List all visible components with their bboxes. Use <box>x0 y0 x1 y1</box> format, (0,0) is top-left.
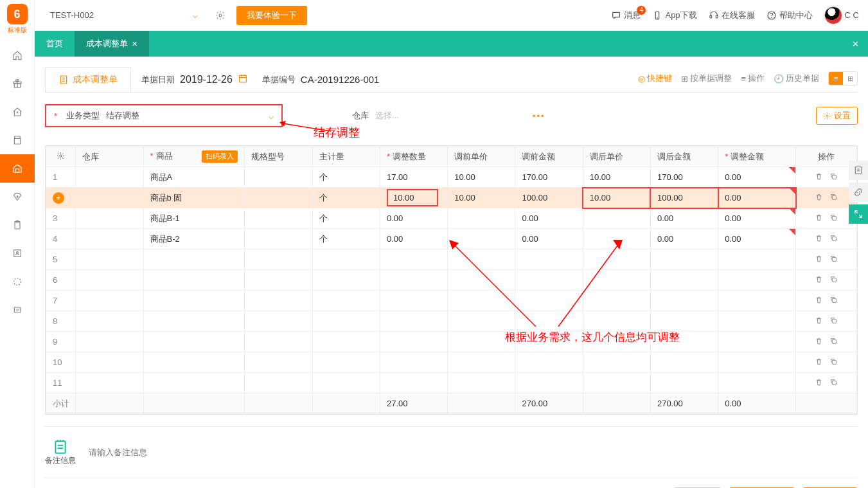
cell-spec[interactable] <box>245 270 312 291</box>
cell-qty[interactable] <box>380 311 447 332</box>
per-doc-adjust-button[interactable]: ⊞ 按单据调整 <box>681 73 732 84</box>
nav-warehouse-icon[interactable] <box>0 154 35 183</box>
business-type-select[interactable]: * 业务类型 结存调整 ⌵ <box>45 104 283 127</box>
cell-spec[interactable] <box>245 167 312 188</box>
table-row[interactable]: + 商品b 固 个 10.00 10.00 100.00 10.00 100.0… <box>46 188 857 208</box>
cell-product[interactable] <box>143 311 245 332</box>
cell-spec[interactable] <box>245 311 312 332</box>
cell-adj-amt[interactable] <box>718 311 796 332</box>
cell-qty[interactable] <box>380 291 447 311</box>
cell-product[interactable]: 商品B-1 <box>143 208 245 229</box>
nav-new-icon[interactable]: 新 <box>0 296 35 324</box>
cell-post-amt[interactable]: 100.00 <box>650 188 718 208</box>
cell-post-amt[interactable] <box>650 249 718 270</box>
cell-post-amt[interactable] <box>650 291 718 311</box>
cell-warehouse[interactable] <box>76 373 143 393</box>
org-settings-icon[interactable] <box>211 6 230 25</box>
messages-button[interactable]: 消息 4 <box>611 10 641 21</box>
cell-adj-amt[interactable] <box>718 373 796 393</box>
nav-cycle-icon[interactable] <box>0 267 35 296</box>
copy-row-icon[interactable] <box>829 296 838 306</box>
cell-post-amt[interactable]: 170.00 <box>650 167 718 188</box>
cell-adj-amt[interactable]: 0.00 <box>718 208 796 229</box>
cell-adj-amt[interactable] <box>718 352 796 373</box>
cell-warehouse[interactable] <box>76 249 143 270</box>
table-row[interactable]: 1 商品A 个 17.00 10.00 170.00 10.00 170.00 … <box>46 167 857 188</box>
remarks-input[interactable] <box>89 447 858 457</box>
cell-spec[interactable] <box>245 208 312 229</box>
cell-product[interactable]: 商品A <box>143 167 245 188</box>
cell-warehouse[interactable] <box>76 352 143 373</box>
rail-expand-icon[interactable] <box>849 204 868 224</box>
cell-warehouse[interactable] <box>76 311 143 332</box>
app-download-button[interactable]: App下载 <box>652 10 696 21</box>
cell-spec[interactable] <box>245 249 312 270</box>
cell-warehouse[interactable] <box>76 167 143 188</box>
table-row[interactable]: 8 <box>46 311 857 332</box>
help-button[interactable]: 帮助中心 <box>766 10 813 21</box>
cell-product[interactable] <box>143 332 245 352</box>
cell-qty[interactable]: 10.00 <box>380 188 447 208</box>
doc-tab[interactable]: 成本调整单 <box>45 67 131 92</box>
delete-row-icon[interactable] <box>815 275 823 285</box>
cell-qty[interactable]: 17.00 <box>380 167 447 188</box>
cell-warehouse[interactable] <box>76 208 143 229</box>
nav-shop-icon[interactable] <box>0 126 35 154</box>
add-row-icon[interactable]: + <box>53 192 64 204</box>
nav-home-icon[interactable] <box>0 41 35 69</box>
cell-product[interactable] <box>143 291 245 311</box>
table-row[interactable]: 11 <box>46 373 857 393</box>
calendar-icon[interactable] <box>238 73 248 86</box>
support-button[interactable]: 在线客服 <box>709 10 755 21</box>
table-row[interactable]: 4 商品B-2 个 0.00 0.00 0.00 0.00 <box>46 229 857 249</box>
cell-adj-amt[interactable]: 0.00 <box>718 167 796 188</box>
cell-post-amt[interactable]: 0.00 <box>650 229 718 249</box>
copy-row-icon[interactable] <box>829 234 838 244</box>
cell-warehouse[interactable] <box>76 229 143 249</box>
col-gear[interactable] <box>46 147 76 167</box>
settings-button[interactable]: 设置 <box>816 107 858 125</box>
warehouse-select[interactable]: 仓库 选择... <box>352 110 399 122</box>
cell-product[interactable]: 商品b 固 <box>143 188 245 208</box>
cell-qty[interactable]: 0.00 <box>380 229 447 249</box>
cell-post-price[interactable] <box>583 352 650 373</box>
cell-product[interactable] <box>143 270 245 291</box>
table-row[interactable]: 3 商品B-1 个 0.00 0.00 0.00 0.00 <box>46 208 857 229</box>
cell-adj-amt[interactable] <box>718 249 796 270</box>
view-grid-icon[interactable]: ⊞ <box>843 72 857 85</box>
cell-qty[interactable] <box>380 332 447 352</box>
copy-row-icon[interactable] <box>829 172 838 183</box>
cell-adj-amt[interactable] <box>718 332 796 352</box>
cell-post-amt[interactable] <box>650 270 718 291</box>
delete-row-icon[interactable] <box>815 255 823 265</box>
cell-post-price[interactable] <box>583 291 650 311</box>
cell-spec[interactable] <box>245 373 312 393</box>
table-row[interactable]: 9 <box>46 332 857 352</box>
cell-qty[interactable] <box>380 373 447 393</box>
delete-row-icon[interactable] <box>815 172 823 183</box>
delete-row-icon[interactable] <box>815 193 823 203</box>
cell-qty[interactable]: 0.00 <box>380 208 447 229</box>
copy-row-icon[interactable] <box>829 316 838 327</box>
cell-product[interactable] <box>143 373 245 393</box>
delete-row-icon[interactable] <box>815 378 823 388</box>
copy-row-icon[interactable] <box>829 378 838 388</box>
cell-post-amt[interactable] <box>650 311 718 332</box>
cell-warehouse[interactable] <box>76 291 143 311</box>
nav-gift-icon[interactable] <box>0 69 35 98</box>
cell-post-amt[interactable] <box>650 352 718 373</box>
tab-cost-adjust[interactable]: 成本调整单 ✕ <box>75 31 149 57</box>
cell-post-price[interactable] <box>583 229 650 249</box>
nav-clipboard-icon[interactable] <box>0 211 35 239</box>
copy-row-icon[interactable] <box>829 213 838 224</box>
cell-product[interactable] <box>143 249 245 270</box>
cell-warehouse[interactable] <box>76 188 143 208</box>
table-row[interactable]: 5 <box>46 249 857 270</box>
cell-warehouse[interactable] <box>76 270 143 291</box>
cell-product[interactable] <box>143 352 245 373</box>
view-list-icon[interactable]: ≡ <box>829 72 843 85</box>
table-row[interactable]: 10 <box>46 352 857 373</box>
delete-row-icon[interactable] <box>815 234 823 244</box>
copy-row-icon[interactable] <box>829 337 838 347</box>
cell-spec[interactable] <box>245 291 312 311</box>
